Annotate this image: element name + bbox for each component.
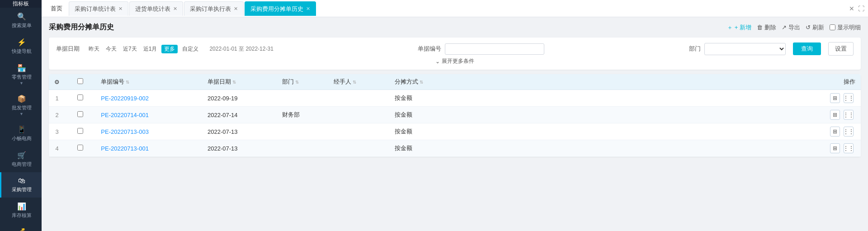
sidebar-item-mobile[interactable]: 📱 小畅电商 [0, 121, 42, 146]
doc-number-input[interactable] [445, 43, 544, 55]
sidebar-arrow-retail: ▼ [19, 81, 24, 85]
sidebar-icon-purchase: 🛍 [18, 177, 25, 185]
sort-doc-no[interactable]: 单据编号 ⇅ [101, 78, 129, 86]
tab-bar: 首页采购订单统计表✕进货单统计表✕采购订单执行表✕采购费用分摊单历史✕ ✕ ⛶ [42, 0, 868, 17]
row-split-method: 按金额 [389, 90, 795, 107]
sort-dept[interactable]: 部门 ⇅ [282, 78, 299, 86]
row-doc-no-link[interactable]: PE-20220919-002 [101, 95, 149, 102]
row-checkbox-cell [65, 140, 95, 157]
table-row: 3 PE-20220713-003 2022-07-13 按金额 ⊞ ⋮⋮ [49, 123, 861, 140]
th-operator[interactable]: 经手人 ⇅ [328, 74, 389, 90]
tab-purchase-cost-history[interactable]: 采购费用分摊单历史✕ [245, 1, 316, 16]
row-num: 4 [49, 140, 65, 157]
row-checkbox-2[interactable] [77, 128, 83, 134]
sidebar-item-search[interactable]: 🔍 搜索菜单 [0, 8, 42, 33]
settings-button[interactable]: 设置 [828, 42, 854, 56]
sidebar-logo: 指标板 [0, 0, 42, 8]
row-operator [328, 107, 389, 123]
tab-home[interactable]: 首页 [45, 1, 68, 16]
row-checkbox-3[interactable] [77, 145, 83, 151]
date-range-display: 2022-01-01 至 2022-12-31 [209, 45, 273, 53]
shortcut-more[interactable]: 更多 [161, 45, 178, 53]
tab-close-inbound-stats[interactable]: ✕ [173, 6, 177, 12]
date-shortcuts: 昨天 今天 近7天 近1月 更多 自定义 [87, 45, 200, 53]
query-button[interactable]: 查询 [793, 42, 821, 55]
tab-purchase-order-exec[interactable]: 采购订单执行表✕ [184, 1, 244, 16]
table-header-row: ⚙ 单据编号 ⇅ 单据日期 [49, 74, 861, 90]
sort-split-method-icon: ⇅ [420, 80, 423, 85]
sidebar-item-purchase[interactable]: 🛍 采购管理 [0, 172, 42, 198]
th-doc-date[interactable]: 单据日期 ⇅ [202, 74, 277, 90]
sidebar-icon-search: 🔍 [17, 12, 26, 21]
row-doc-no-link[interactable]: PE-20220713-001 [101, 145, 149, 152]
sort-operator[interactable]: 经手人 ⇅ [334, 78, 356, 86]
sort-doc-no-icon: ⇅ [126, 80, 129, 85]
tab-expand-icon[interactable]: ⛶ [858, 5, 864, 12]
filter-area: 单据日期 昨天 今天 近7天 近1月 更多 自定义 2022-01-01 至 2… [49, 38, 861, 70]
sidebar-label-ecom: 电商管理 [12, 161, 32, 168]
row-operator [328, 140, 389, 157]
row-view-btn[interactable]: ⊞ [830, 93, 840, 103]
sidebar-item-ecom[interactable]: 🛒 电商管理 [0, 146, 42, 172]
shortcut-1month[interactable]: 近1月 [142, 45, 159, 53]
row-view-btn[interactable]: ⊞ [830, 143, 840, 153]
sidebar-item-wholesale[interactable]: 📦 批发管理 ▼ [0, 90, 42, 121]
th-doc-no[interactable]: 单据编号 ⇅ [95, 74, 202, 90]
row-split-method: 按金额 [389, 107, 795, 123]
sidebar: 指标板 🔍 搜索菜单 ⚡ 快捷导航 🏪 零售管理 ▼ 📦 批发管理 ▼ 📱 小畅… [0, 0, 42, 231]
row-actions: ⊞ ⋮⋮ [795, 107, 861, 123]
doc-number-label: 单据编号 [418, 45, 441, 53]
tab-close-purchase-cost-history[interactable]: ✕ [306, 6, 310, 12]
delete-button[interactable]: 🗑 删除 [757, 24, 776, 32]
refresh-icon: ↺ [806, 24, 811, 31]
shortcut-today[interactable]: 今天 [104, 45, 118, 53]
sidebar-label-inventory: 库存核算 [12, 212, 32, 219]
refresh-button[interactable]: ↺ 刷新 [806, 24, 824, 32]
shortcut-7days[interactable]: 近7天 [121, 45, 139, 53]
row-doc-no-link[interactable]: PE-20220714-001 [101, 112, 149, 118]
sort-split-method[interactable]: 分摊方式 ⇅ [395, 78, 423, 86]
table-row: 2 PE-20220714-001 2022-07-14 财务部 按金额 ⊞ ⋮… [49, 107, 861, 123]
tab-label-inbound-stats: 进货单统计表 [135, 5, 170, 13]
row-more-btn[interactable]: ⋮⋮ [844, 93, 854, 103]
tab-inbound-stats[interactable]: 进货单统计表✕ [129, 1, 183, 16]
select-all-checkbox[interactable] [77, 78, 83, 84]
row-view-btn[interactable]: ⊞ [830, 127, 840, 137]
tab-label-purchase-order-stats: 采购订单统计表 [75, 5, 116, 13]
sidebar-item-retail[interactable]: 🏪 零售管理 ▼ [0, 59, 42, 90]
tab-purchase-order-stats[interactable]: 采购订单统计表✕ [69, 1, 128, 16]
sidebar-icon-finance: 💰 [17, 228, 26, 231]
sort-doc-date[interactable]: 单据日期 ⇅ [208, 78, 236, 86]
doc-number-group: 单据编号 [418, 43, 544, 55]
tab-close-purchase-order-stats[interactable]: ✕ [118, 6, 123, 12]
tab-close-all-icon[interactable]: ✕ [849, 5, 854, 12]
row-checkbox-1[interactable] [77, 111, 83, 117]
row-doc-date: 2022-07-14 [202, 107, 277, 123]
row-view-btn[interactable]: ⊞ [830, 110, 840, 120]
th-checkbox [65, 74, 95, 90]
dept-select[interactable] [704, 43, 786, 55]
row-more-btn[interactable]: ⋮⋮ [844, 127, 854, 137]
row-more-btn[interactable]: ⋮⋮ [844, 143, 854, 153]
th-gear[interactable]: ⚙ [49, 74, 65, 90]
sidebar-item-inventory[interactable]: 📊 库存核算 [0, 198, 42, 223]
add-button[interactable]: ＋ + 新增 [727, 24, 751, 32]
main-content: 首页采购订单统计表✕进货单统计表✕采购订单执行表✕采购费用分摊单历史✕ ✕ ⛶ … [42, 0, 868, 231]
row-doc-date: 2022-07-13 [202, 140, 277, 157]
tab-label-purchase-cost-history: 采购费用分摊单历史 [250, 5, 303, 13]
sidebar-item-finance[interactable]: 💰 资金管理 [0, 223, 42, 231]
show-columns-toggle[interactable]: 显示明细 [830, 24, 861, 32]
row-more-btn[interactable]: ⋮⋮ [844, 110, 854, 120]
tab-close-purchase-order-exec[interactable]: ✕ [234, 6, 238, 12]
show-columns-checkbox[interactable] [830, 24, 835, 30]
expand-more-btn[interactable]: ⌄ 展开更多条件 [56, 57, 854, 65]
row-checkbox-0[interactable] [77, 94, 83, 100]
data-table-container: ⚙ 单据编号 ⇅ 单据日期 [49, 74, 861, 157]
shortcut-yesterday[interactable]: 昨天 [87, 45, 101, 53]
th-split-method[interactable]: 分摊方式 ⇅ [389, 74, 795, 90]
row-doc-no-link[interactable]: PE-20220713-003 [101, 128, 149, 135]
export-button[interactable]: ↗ 导出 [782, 24, 800, 32]
th-dept[interactable]: 部门 ⇅ [277, 74, 329, 90]
shortcut-custom[interactable]: 自定义 [180, 45, 200, 53]
sidebar-item-shortcut[interactable]: ⚡ 快捷导航 [0, 33, 42, 59]
